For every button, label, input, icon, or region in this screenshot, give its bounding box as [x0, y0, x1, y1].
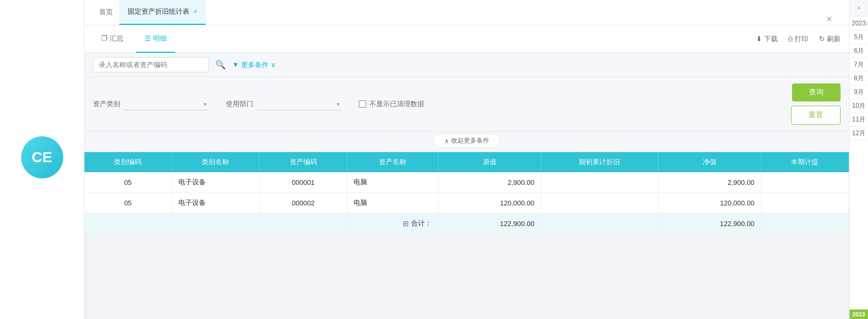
row1-accumulated: [541, 172, 658, 193]
more-conditions-label: 更多条件: [241, 60, 269, 70]
row2-net-value: 120,000.00: [659, 193, 761, 213]
search-bar: 🔍 ▼ 更多条件 ∨: [84, 53, 849, 77]
table-total-row: ⊞ 合计： 122,900.00 122,900.00: [84, 213, 849, 234]
year-badge[interactable]: 2023: [850, 309, 868, 319]
month-item-8[interactable]: 8月: [850, 72, 868, 86]
filter-department: 使用部门: [226, 98, 342, 110]
row1-original-value: 2,900.00: [438, 172, 541, 193]
row1-category-code: 05: [84, 172, 171, 193]
row1-category-name: 电子设备: [171, 172, 259, 193]
total-label-text: 合计：: [411, 219, 432, 228]
detail-view-button[interactable]: ☰ 明细: [136, 25, 175, 53]
total-original-value: 122,900.00: [438, 213, 541, 234]
row1-net-value: 2,900.00: [659, 172, 761, 193]
table-row[interactable]: 05 电子设备 000001 电脑 2,900.00 2,900.00: [84, 172, 849, 193]
month-item-11[interactable]: 11月: [850, 113, 868, 127]
logo-emblem: CE: [21, 136, 63, 179]
hide-cleared-checkbox[interactable]: [359, 100, 366, 108]
department-select[interactable]: [257, 98, 342, 110]
print-label: 打印: [795, 34, 808, 44]
tab-depreciation[interactable]: 固定资产折旧统计表 ×: [119, 0, 206, 25]
print-icon: ⎙: [788, 35, 793, 43]
col-current-depreciation: 本期计提: [761, 152, 848, 172]
col-accumulated-depreciation: 期初累计折旧: [541, 152, 658, 172]
filter-row-1: 资产类别 使用部门 不显示已清理数据: [93, 83, 841, 125]
right-sidebar: › 2023.01 5月 6月 7月 8月 9月 10月 11月 12月 202…: [849, 0, 868, 319]
tab-bar: 首页 固定资产折旧统计表 × ×: [84, 0, 849, 25]
expand-icon: ›: [858, 4, 860, 12]
date-header: 2023.01: [850, 16, 868, 31]
col-asset-code: 资产编码: [260, 152, 347, 172]
search-icon[interactable]: 🔍: [215, 60, 226, 70]
department-label: 使用部门: [226, 99, 253, 109]
col-original-value: 原值: [438, 152, 541, 172]
hide-cleared-label: 不显示已清理数据: [369, 99, 424, 109]
asset-category-label: 资产类别: [93, 99, 120, 109]
total-current-dep: [761, 213, 848, 234]
print-button[interactable]: ⎙ 打印: [788, 34, 808, 44]
table-container: 类别编码 类别名称 资产编码 资产名称 原值 期初累计折旧 净值 本期计提 05…: [84, 152, 849, 319]
tab-close-button[interactable]: ×: [194, 8, 197, 15]
row2-category-code: 05: [84, 193, 171, 213]
download-icon: ⬇: [756, 35, 762, 43]
summary-view-button[interactable]: ❐ 汇总: [93, 25, 132, 53]
month-item-6[interactable]: 6月: [850, 44, 868, 58]
month-item-12[interactable]: 12月: [850, 127, 868, 140]
row1-asset-code: 000001: [260, 172, 347, 193]
col-net-value: 净值: [659, 152, 761, 172]
layers-icon: ❐: [101, 34, 108, 42]
logo-text: CE: [32, 149, 52, 166]
month-item-5[interactable]: 5月: [850, 31, 868, 44]
more-conditions-button[interactable]: ▼ 更多条件 ∨: [232, 60, 276, 70]
filter-icon: ▼: [232, 61, 239, 69]
refresh-button[interactable]: ↻ 刷新: [819, 34, 841, 44]
summary-label: 汇总: [110, 34, 123, 43]
filter-asset-category: 资产类别: [93, 98, 209, 110]
collapse-button[interactable]: ∧ 收起更多条件: [433, 134, 500, 148]
list-icon: ☰: [145, 34, 151, 42]
chevron-down-icon: ∨: [271, 61, 276, 69]
reset-button[interactable]: 重置: [791, 106, 841, 125]
download-button[interactable]: ⬇ 下载: [756, 34, 778, 44]
action-buttons: 查询 重置: [791, 83, 841, 125]
row2-asset-name: 电脑: [347, 193, 438, 213]
total-icon: ⊞: [403, 219, 409, 228]
window-close-button[interactable]: ×: [826, 14, 841, 25]
col-category-name: 类别名称: [171, 152, 259, 172]
month-list: 5月 6月 7月 8月 9月 10月 11月 12月: [850, 31, 868, 309]
depreciation-table: 类别编码 类别名称 资产编码 资产名称 原值 期初累计折旧 净值 本期计提 05…: [84, 152, 849, 234]
query-button[interactable]: 查询: [792, 83, 841, 101]
tab-depreciation-label: 固定资产折旧统计表: [128, 7, 189, 16]
department-select-wrapper: [257, 98, 342, 110]
main-content: 首页 固定资产折旧统计表 × × ❐ 汇总 ☰ 明细 ⬇ 下载 ⎙: [84, 0, 849, 319]
row2-accumulated: [541, 193, 658, 213]
month-item-10[interactable]: 10月: [850, 99, 868, 113]
table-header-row: 类别编码 类别名称 资产编码 资产名称 原值 期初累计折旧 净值 本期计提: [84, 152, 849, 172]
refresh-label: 刷新: [827, 34, 841, 44]
asset-category-select[interactable]: [125, 98, 209, 110]
month-item-9[interactable]: 9月: [850, 86, 868, 99]
filter-panel: 资产类别 使用部门 不显示已清理数据: [84, 77, 849, 132]
table-row[interactable]: 05 电子设备 000002 电脑 120,000.00 120,000.00: [84, 193, 849, 213]
toolbar-actions: ⬇ 下载 ⎙ 打印 ↻ 刷新: [756, 34, 841, 44]
tab-home-label: 首页: [99, 7, 113, 17]
sidebar-logo: CE: [0, 0, 84, 319]
expand-panel-button[interactable]: ›: [850, 0, 868, 16]
month-item-7[interactable]: 7月: [850, 58, 868, 72]
download-label: 下载: [764, 34, 778, 44]
total-label-cell: ⊞ 合计：: [347, 213, 438, 234]
row2-current-dep: [761, 193, 848, 213]
col-asset-name: 资产名称: [347, 152, 438, 172]
total-accumulated: [541, 213, 658, 234]
collapse-label: 收起更多条件: [451, 136, 489, 145]
search-input[interactable]: [93, 57, 209, 72]
toolbar: ❐ 汇总 ☰ 明细 ⬇ 下载 ⎙ 打印 ↻ 刷新: [84, 25, 849, 53]
toolbar-view-toggle: ❐ 汇总 ☰ 明细: [93, 25, 175, 53]
row2-asset-code: 000002: [260, 193, 347, 213]
tab-home[interactable]: 首页: [93, 0, 119, 25]
asset-category-select-wrapper: [125, 98, 209, 110]
hide-cleared-checkbox-item: 不显示已清理数据: [359, 99, 424, 109]
row1-current-dep: [761, 172, 848, 193]
total-net-value: 122,900.00: [659, 213, 761, 234]
total-empty-1: [84, 213, 347, 234]
